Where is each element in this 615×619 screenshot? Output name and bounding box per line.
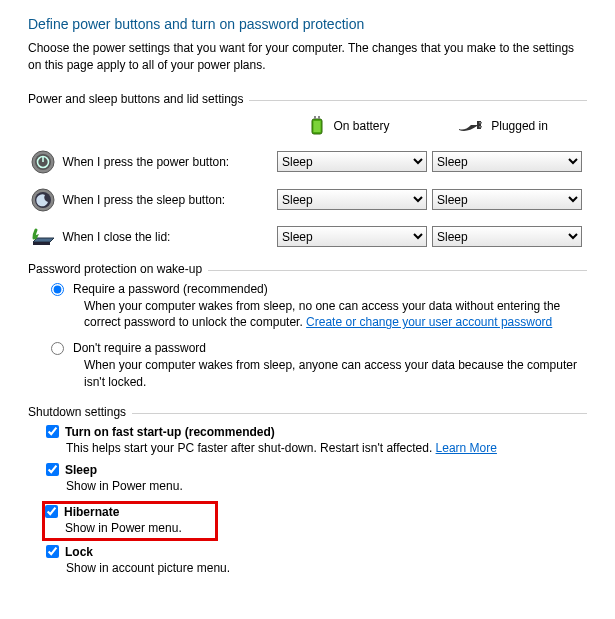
sleep-plugged-select[interactable]: Sleep [432,189,582,210]
lid-battery-select[interactable]: Sleep [277,226,427,247]
chk-desc: Show in Power menu. [66,477,587,495]
group-password-protection: Password protection on wake-up Require a… [28,262,587,391]
chk-sleep[interactable] [46,463,59,476]
group-shutdown-settings: Shutdown settings Turn on fast start-up … [28,405,587,577]
page-title: Define power buttons and turn on passwor… [28,16,587,32]
power-button-icon [31,150,55,174]
chk-desc: Show in Power menu. [65,519,211,537]
radio-no-password[interactable]: Don't require a password [46,341,587,355]
svg-rect-1 [314,116,316,119]
radio-require-password-input[interactable] [51,283,64,296]
radio-label: Require a password (recommended) [73,282,268,296]
row-label: When I press the power button: [58,155,277,169]
radio-desc: When your computer wakes from sleep, no … [84,298,587,332]
group-legend: Shutdown settings [28,405,132,419]
svg-rect-4 [479,122,482,124]
row-label: When I close the lid: [58,230,277,244]
radio-require-password[interactable]: Require a password (recommended) [46,282,587,296]
create-password-link[interactable]: Create or change your user account passw… [306,315,552,329]
group-legend: Password protection on wake-up [28,262,208,276]
col-battery-label: On battery [334,119,390,133]
chk-desc: Show in account picture menu. [66,559,587,577]
svg-rect-2 [318,116,320,119]
group-power-buttons: Power and sleep buttons and lid settings… [28,92,587,248]
svg-rect-3 [313,121,320,132]
close-lid-icon [30,226,56,248]
chk-hibernate[interactable] [45,505,58,518]
highlight-hibernate: Hibernate Show in Power menu. [42,501,218,541]
col-plugged-label: Plugged in [491,119,548,133]
chk-lock[interactable] [46,545,59,558]
plug-icon [457,119,483,133]
power-battery-select[interactable]: Sleep [277,151,427,172]
lid-plugged-select[interactable]: Sleep [432,226,582,247]
radio-no-password-input[interactable] [51,342,64,355]
battery-icon [308,116,326,136]
row-label: When I press the sleep button: [58,193,277,207]
chk-desc: This helps start your PC faster after sh… [66,439,587,457]
chk-label: Turn on fast start-up (recommended) [65,425,275,439]
chk-label: Hibernate [64,505,119,519]
svg-rect-5 [479,126,482,128]
radio-label: Don't require a password [73,341,206,355]
sleep-button-icon [31,188,55,212]
learn-more-link[interactable]: Learn More [436,441,497,455]
row-sleep-button: When I press the sleep button: Sleep Sle… [28,188,587,212]
page-subtitle: Choose the power settings that you want … [28,40,587,74]
sleep-battery-select[interactable]: Sleep [277,189,427,210]
power-plugged-select[interactable]: Sleep [432,151,582,172]
chk-label: Lock [65,545,93,559]
group-legend: Power and sleep buttons and lid settings [28,92,249,106]
radio-desc: When your computer wakes from sleep, any… [84,357,587,391]
chk-label: Sleep [65,463,97,477]
row-close-lid: When I close the lid: Sleep Sleep [28,226,587,248]
row-power-button: When I press the power button: Sleep Sle… [28,150,587,174]
chk-fast-startup[interactable] [46,425,59,438]
